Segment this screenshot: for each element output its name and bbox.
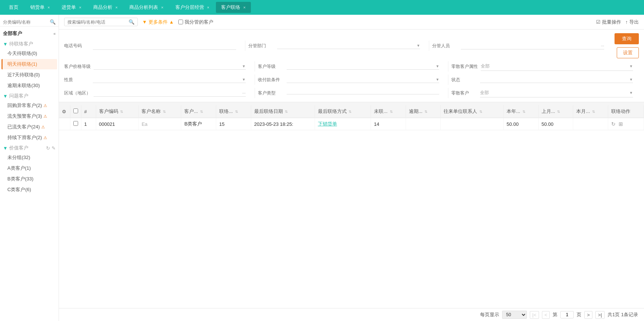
retail-cust-label: 零散客户: [451, 90, 477, 96]
close-customer-contact[interactable]: ×: [243, 5, 245, 10]
more-conditions-btn[interactable]: ▼ 更多条件 ▲: [142, 19, 174, 25]
warn-icon: ⚠: [43, 103, 47, 108]
phone-input[interactable]: [93, 42, 236, 50]
nav-sales-order[interactable]: 销货单 ×: [25, 2, 55, 13]
th-this-year: 本年... ⇅: [504, 105, 539, 118]
export-icon: ↑: [626, 19, 628, 25]
first-page-btn[interactable]: |<: [530, 311, 539, 319]
data-table-wrap: ⚙ # 客户编码 ⇅ 客户名称 ⇅: [59, 105, 644, 308]
sidebar-c-class[interactable]: C类客户(6): [1, 184, 57, 195]
sidebar-ungrouped[interactable]: 未分组(32): [1, 152, 57, 163]
th-name: 客户名称 ⇅: [139, 105, 181, 118]
person-select[interactable]: ···: [461, 42, 604, 49]
search-btn-icon[interactable]: 🔍: [129, 19, 134, 25]
sort-icon-year[interactable]: ⇅: [522, 110, 525, 114]
nav-purchase-order[interactable]: 进货单 ×: [56, 2, 86, 13]
nav-product-analysis[interactable]: 商品分析 ×: [88, 2, 123, 13]
sort-icon-person[interactable]: ⇅: [479, 110, 482, 114]
settings-icon[interactable]: ⚙: [62, 109, 66, 114]
cust-level-select[interactable]: ▼: [287, 63, 440, 70]
search-input-wrap: 🔍: [64, 18, 138, 26]
set-button[interactable]: 设置: [617, 47, 639, 58]
sort-icon-overdue[interactable]: ⇅: [424, 110, 427, 114]
warn-icon-2: ⚠: [43, 114, 47, 118]
prev-page-btn[interactable]: <: [542, 311, 550, 319]
sidebar-a-class[interactable]: A类客户(1): [1, 163, 57, 173]
last-page-btn[interactable]: >|: [595, 311, 605, 319]
filter-row-3: 性质 ▼ 收付款条件 ▼ 状: [64, 75, 639, 85]
sort-icon-type[interactable]: ⇅: [200, 110, 203, 114]
next-page-btn[interactable]: >: [584, 311, 592, 319]
sidebar-week-contact[interactable]: 近7天待联络(0): [1, 70, 57, 80]
retail-attr-select[interactable]: 全部 ▼: [481, 62, 633, 71]
row-last-month: 50.00: [538, 118, 573, 130]
close-product-analysis-list[interactable]: ×: [161, 5, 163, 10]
sort-icon-method[interactable]: ⇅: [349, 110, 351, 114]
filter-region-cell: 区域（地区） ···: [64, 90, 252, 97]
nav-customer-contact[interactable]: 客户联络 ×: [216, 2, 251, 13]
table-header-row: ⚙ # 客户编码 ⇅ 客户名称 ⇅: [59, 105, 644, 118]
close-sales-order[interactable]: ×: [48, 5, 50, 10]
sort-icon-contact-count[interactable]: ⇅: [235, 110, 238, 114]
batch-operation-btn[interactable]: ☑ 批量操作: [596, 19, 621, 25]
query-set-buttons: 查询 设置: [615, 33, 639, 58]
last-method-link[interactable]: 下销货单: [318, 121, 337, 127]
page-input[interactable]: [560, 311, 574, 318]
sidebar-b-class[interactable]: B类客户(33): [1, 174, 57, 184]
retail-cust-arrow: ▼: [629, 91, 633, 95]
row-action-icon-2[interactable]: ⊞: [619, 121, 623, 127]
payment-select[interactable]: ▼: [287, 76, 440, 83]
close-customer-layered[interactable]: ×: [207, 5, 209, 10]
edit-icon[interactable]: ✎: [52, 145, 56, 151]
export-btn[interactable]: ↑ 导出: [626, 19, 639, 25]
close-purchase-order[interactable]: ×: [79, 5, 81, 10]
per-page-select[interactable]: 50 100 200: [502, 311, 527, 319]
payment-arrow: ▼: [435, 77, 439, 82]
table-row: 1 000021 Ea B类客户 15 2023-05-23 18:25: 下销…: [59, 118, 644, 130]
filter-retail-attr-cell: 零散客户属性 全部 ▼: [451, 62, 639, 71]
dept-select[interactable]: ▼: [277, 42, 420, 49]
sidebar-repurchase-abnormal[interactable]: 回购异常客户(2) ⚠: [1, 100, 57, 111]
sidebar-search-input[interactable]: [3, 20, 50, 25]
gender-select[interactable]: ▼: [93, 76, 246, 83]
row-contact-count: 15: [216, 118, 251, 130]
nav-customer-layered[interactable]: 客户分层经营 ×: [170, 2, 214, 13]
sidebar-already-lost[interactable]: 已流失客户(24) ⚠: [1, 122, 57, 132]
close-product-analysis[interactable]: ×: [115, 5, 118, 10]
query-button[interactable]: 查询: [615, 33, 639, 44]
my-customers-check[interactable]: [178, 20, 183, 24]
all-customers-header[interactable]: 全部客户 «: [0, 28, 59, 39]
retail-cust-select[interactable]: 全部 ▼: [480, 89, 633, 97]
search-icon[interactable]: 🔍: [50, 19, 56, 25]
sidebar-today-contact[interactable]: 今天待联络(0): [1, 48, 57, 59]
sort-icon-name[interactable]: ⇅: [163, 110, 166, 114]
divider-3: [255, 61, 255, 72]
sort-icon-this-month[interactable]: ⇅: [592, 110, 595, 114]
my-customers-checkbox[interactable]: 我分管的客户: [178, 19, 213, 25]
cust-type-select[interactable]: [287, 92, 440, 94]
search-input[interactable]: [67, 20, 129, 25]
sort-icon-uncontacted[interactable]: ⇅: [390, 110, 393, 114]
nav-product-analysis-list[interactable]: 商品分析列表 ×: [124, 2, 168, 13]
price-level-select[interactable]: ▼: [94, 63, 246, 70]
refresh-icon[interactable]: ↻: [46, 145, 50, 151]
chevron-up-icon: ▲: [169, 19, 174, 25]
sort-icon-last-month[interactable]: ⇅: [557, 110, 560, 114]
sidebar-tomorrow-contact[interactable]: 明天待联络(1): [1, 59, 57, 69]
sort-icon-code[interactable]: ⇅: [120, 110, 123, 114]
nav-home[interactable]: 首页: [4, 2, 24, 13]
sidebar-lost-warning[interactable]: 流失预警客户(3) ⚠: [1, 111, 57, 121]
select-all-checkbox[interactable]: [73, 108, 78, 113]
sidebar-overdue-contact[interactable]: 逾期未联络(30): [1, 80, 57, 91]
status-select[interactable]: ▼: [480, 76, 633, 83]
region-select[interactable]: ···: [94, 90, 246, 97]
row-select-checkbox[interactable]: [73, 121, 78, 126]
sort-icon-date[interactable]: ⇅: [285, 110, 288, 114]
main-layout: 🔍 全部客户 « ▼ 待联络客户 今天待联络(0) 明天待联络(1) 近7天待联…: [0, 15, 644, 321]
th-action: 联络动作: [608, 105, 644, 118]
sidebar-continuous-down[interactable]: 持续下滑客户(2) ⚠: [1, 132, 57, 143]
row-action-icon-1[interactable]: ↻: [611, 121, 616, 127]
filter-gender-cell: 性质 ▼: [64, 76, 252, 83]
warn-icon-4: ⚠: [43, 135, 47, 140]
filter-dept-cell: 分管部门 ▼: [248, 42, 426, 49]
